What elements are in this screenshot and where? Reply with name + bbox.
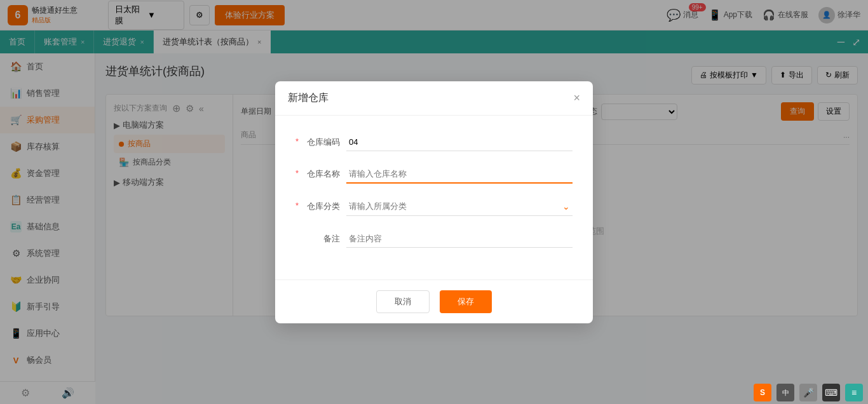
- category-select[interactable]: ⌄: [346, 198, 573, 216]
- mic-icon[interactable]: 🎤: [799, 384, 817, 401]
- modal-close-button[interactable]: ×: [573, 91, 580, 105]
- category-dropdown-icon: ⌄: [562, 201, 570, 212]
- modal-header: 新增仓库 ×: [275, 81, 593, 116]
- form-row-note: 备注: [295, 230, 573, 248]
- name-input[interactable]: [346, 165, 573, 184]
- code-input[interactable]: [346, 133, 573, 151]
- note-label: 备注: [295, 233, 346, 245]
- modal-footer: 取消 保存: [275, 279, 593, 323]
- modal-overlay[interactable]: 新增仓库 × 仓库编码 仓库名称 仓库分类 ⌄: [0, 0, 868, 404]
- save-button[interactable]: 保存: [440, 290, 492, 313]
- category-input[interactable]: [349, 201, 562, 211]
- name-label: 仓库名称: [295, 168, 346, 180]
- code-label: 仓库编码: [295, 137, 346, 148]
- modal-body: 仓库编码 仓库名称 仓库分类 ⌄ 备注: [275, 116, 593, 279]
- form-row-name: 仓库名称: [295, 165, 573, 184]
- footer-right-icons: S 中 🎤 ⌨ ≡: [754, 384, 863, 401]
- cancel-button[interactable]: 取消: [376, 290, 430, 313]
- category-label: 仓库分类: [295, 201, 346, 212]
- form-row-code: 仓库编码: [295, 133, 573, 151]
- form-row-category: 仓库分类 ⌄: [295, 198, 573, 216]
- keyboard-icon[interactable]: ⌨: [822, 384, 840, 401]
- chinese-icon[interactable]: 中: [776, 384, 794, 401]
- note-input[interactable]: [346, 230, 573, 248]
- modal-title: 新增仓库: [288, 91, 329, 105]
- menu-icon[interactable]: ≡: [845, 384, 863, 401]
- s-icon[interactable]: S: [754, 384, 771, 401]
- new-warehouse-modal: 新增仓库 × 仓库编码 仓库名称 仓库分类 ⌄: [275, 81, 593, 323]
